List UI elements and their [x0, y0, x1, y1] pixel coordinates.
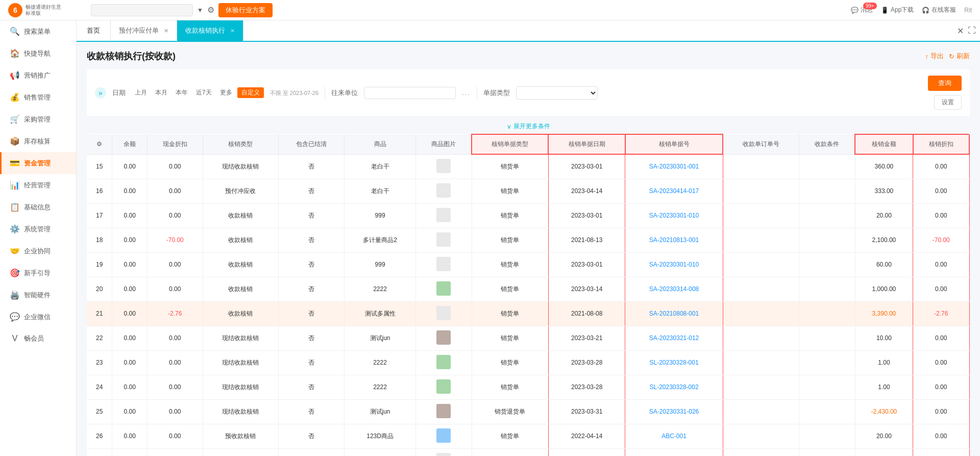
sidebar-item-label: 资金管理 — [24, 159, 51, 168]
cell-verify-amt: 10.00 — [855, 326, 913, 350]
sidebar-item-marketing[interactable]: 📢 营销推广 — [0, 64, 76, 86]
search-input[interactable] — [91, 4, 193, 16]
expand-more-btn[interactable]: ∨ 展开更多条件 — [87, 122, 970, 131]
cell-receipt-order — [723, 301, 799, 326]
cell-bill-no[interactable]: SA-20230301-010 — [625, 252, 723, 277]
cell-goods: 衣服00001 — [345, 448, 416, 456]
cell-bill-no[interactable]: SA-20230301-010 — [625, 203, 723, 228]
sidebar-item-label: 搜索菜单 — [24, 27, 51, 36]
sidebar-item-basic[interactable]: 📋 基础信息 — [0, 196, 76, 218]
sidebar-item-management[interactable]: 📊 经营管理 — [0, 174, 76, 196]
sidebar-item-search[interactable]: 🔍 搜索菜单 — [0, 20, 76, 42]
date-custom[interactable]: 自定义 — [237, 87, 264, 98]
cell-verify-amt: -2,430.00 — [855, 399, 913, 424]
cell-verify-type: 收款核销 — [203, 203, 279, 228]
cell-cash-disc: 0.00 — [147, 203, 203, 228]
cell-goods: 测试jun — [345, 399, 416, 424]
table-row: 250.000.00现结收款核销否测试jun销货退货单2023-03-31SA-… — [87, 399, 969, 424]
sidebar-item-wechat[interactable]: 💬 企业微信 — [0, 306, 76, 328]
cell-no: 23 — [87, 350, 112, 375]
sidebar-item-finance[interactable]: 💳 资金管理 — [0, 152, 76, 174]
sidebar-item-hardware[interactable]: 🖨️ 智能硬件 — [0, 284, 76, 306]
tab-prepay[interactable]: 预付冲应付单 ✕ — [111, 20, 177, 41]
page-actions: ↑ 导出 ↻ 刷新 — [925, 52, 970, 61]
cell-no: 24 — [87, 375, 112, 399]
cell-no: 26 — [87, 424, 112, 448]
col-goods: 商品 — [345, 134, 416, 154]
sidebar-item-collab[interactable]: 🤝 企业协同 — [0, 240, 76, 262]
logo-text: 畅捷通谱好生意 标准版 — [26, 4, 61, 16]
wechat-icon: 💬 — [10, 312, 20, 322]
tab-close-prepay[interactable]: ✕ — [164, 28, 168, 34]
date-this-month[interactable]: 本月 — [152, 87, 170, 98]
main-area: 首页 预付冲应付单 ✕ 收款核销执行 ✕ ✕ ⛶ 收款核销执行(按收款) ↑ — [77, 20, 980, 456]
search-btn[interactable]: 查询 — [928, 76, 962, 91]
cell-verify-type: 预付冲应收 — [203, 179, 279, 203]
cell-receipt-cond — [799, 301, 855, 326]
sidebar-item-vip[interactable]: V 畅会员 — [0, 328, 76, 349]
sidebar-item-inventory[interactable]: 📦 库存核算 — [0, 130, 76, 152]
tab-verify[interactable]: 收款核销执行 ✕ — [177, 20, 243, 41]
tab-bar-actions: ✕ ⛶ — [957, 26, 980, 36]
settings-btn[interactable]: 设置 — [934, 95, 962, 110]
cell-receipt-order — [723, 326, 799, 350]
maximize-icon[interactable]: ⛶ — [968, 26, 976, 35]
cell-verify-amt: 3,390.00 — [855, 301, 913, 326]
cell-bill-no[interactable]: SA-20230331-026 — [625, 399, 723, 424]
app-download-btn[interactable]: 📱 App下载 — [881, 6, 914, 14]
cell-bill-no[interactable]: ABC-001 — [625, 424, 723, 448]
cell-goods-img — [416, 326, 472, 350]
cell-goods-img — [416, 252, 472, 277]
date-7days[interactable]: 近7天 — [193, 87, 215, 98]
close-window-icon[interactable]: ✕ — [957, 26, 964, 36]
cell-goods: 老白干 — [345, 179, 416, 203]
export-btn[interactable]: ↑ 导出 — [925, 52, 944, 61]
sidebar-item-nav[interactable]: 🏠 快捷导航 — [0, 42, 76, 64]
sidebar-item-label: 采购管理 — [24, 115, 51, 124]
from-unit-label: 往来单位 — [331, 88, 358, 98]
cell-bill-no[interactable]: SA-20210813-001 — [625, 228, 723, 252]
cell-balance: 0.00 — [112, 350, 148, 375]
cell-included: 否 — [279, 154, 345, 179]
online-service-btn[interactable]: 🎧 在线客服 — [922, 6, 956, 14]
cell-balance: 0.00 — [112, 399, 148, 424]
sidebar-item-purchase[interactable]: 🛒 采购管理 — [0, 108, 76, 130]
sidebar-item-system[interactable]: ⚙️ 系统管理 — [0, 218, 76, 240]
cell-verify-amt: 1.00 — [855, 350, 913, 375]
tab-close-verify[interactable]: ✕ — [230, 28, 235, 34]
sidebar-item-guide[interactable]: 🎯 新手引导 — [0, 262, 76, 284]
refresh-btn[interactable]: ↻ 刷新 — [949, 52, 970, 61]
cell-bill-no[interactable]: SA-20210808-001 — [625, 301, 723, 326]
tab-home[interactable]: 首页 — [77, 20, 111, 41]
cell-bill-no[interactable]: SL-20230408-001 — [625, 448, 723, 456]
cell-included: 否 — [279, 301, 345, 326]
cell-goods-img — [416, 228, 472, 252]
logo-area: 6 畅捷通谱好生意 标准版 — [8, 3, 85, 17]
date-this-year[interactable]: 本年 — [173, 87, 191, 98]
message-btn[interactable]: 💬 消息 99+ — [851, 6, 873, 14]
cell-bill-no[interactable]: SA-20230314-008 — [625, 277, 723, 301]
cell-receipt-cond — [799, 424, 855, 448]
bill-type-select[interactable] — [516, 86, 598, 100]
expand-filter-btn[interactable]: » — [95, 87, 106, 99]
gear-btn[interactable]: ⚙ — [207, 5, 214, 15]
sidebar-item-sales[interactable]: 💰 销售管理 — [0, 86, 76, 108]
dropdown-btn[interactable]: ▼ — [197, 7, 203, 14]
cell-bill-no[interactable]: SA-20230321-012 — [625, 326, 723, 350]
cell-bill-no[interactable]: SL-20230328-001 — [625, 350, 723, 375]
date-more[interactable]: 更多 — [217, 87, 235, 98]
cell-verify-type: 收款核销 — [203, 228, 279, 252]
from-unit-input[interactable] — [364, 87, 456, 99]
cell-goods: 2222 — [345, 277, 416, 301]
cell-included: 否 — [279, 375, 345, 399]
cell-verify-disc: 0.00 — [913, 179, 969, 203]
cell-cash-disc: 0.00 — [147, 375, 203, 399]
sidebar-item-label: 企业协同 — [24, 247, 51, 256]
date-last-month[interactable]: 上月 — [132, 87, 150, 98]
cell-bill-no[interactable]: SL-20230328-002 — [625, 375, 723, 399]
cell-bill-no[interactable]: SA-20230414-017 — [625, 179, 723, 203]
industry-btn[interactable]: 休验行业方案 — [218, 3, 273, 17]
col-settings[interactable]: ⚙ — [87, 134, 112, 154]
chart-icon: 📊 — [10, 180, 20, 190]
cell-bill-no[interactable]: SA-20230301-001 — [625, 154, 723, 179]
